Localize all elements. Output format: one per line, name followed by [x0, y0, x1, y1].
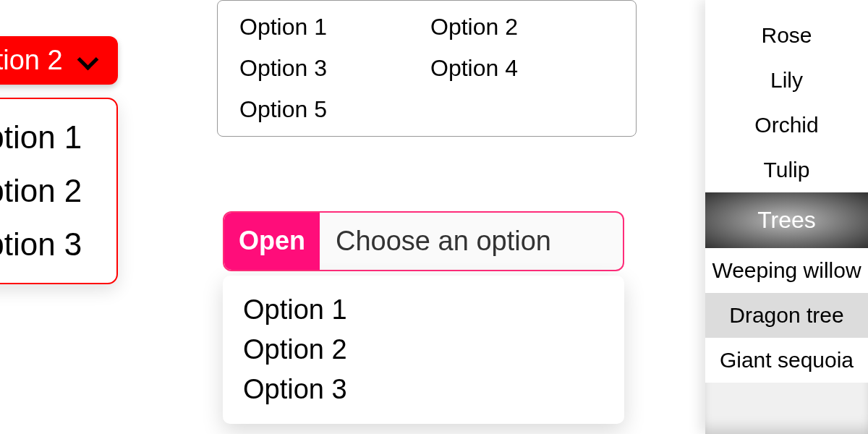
- right-panel-tree[interactable]: Giant sequoia: [705, 338, 868, 383]
- left-dropdown-option[interactable]: Option 3: [0, 218, 95, 271]
- right-panel-flower[interactable]: Rose: [705, 13, 868, 58]
- combo-option[interactable]: Option 2: [243, 330, 604, 370]
- left-dropdown-trigger[interactable]: Option 2: [0, 36, 118, 85]
- left-dropdown-option[interactable]: Option 2: [0, 164, 95, 218]
- left-dropdown-list: Option 1 Option 2 Option 3: [0, 98, 118, 284]
- option-grid: Option 1 Option 2 Option 3 Option 4 Opti…: [217, 0, 637, 137]
- grid-option[interactable]: Option 2: [430, 14, 614, 41]
- panel-padding: [705, 0, 868, 13]
- right-panel: Rose Lily Orchid Tulip Trees Weeping wil…: [705, 0, 868, 434]
- combo-list: Option 1 Option 2 Option 3: [223, 276, 624, 424]
- right-panel-group-header: Trees: [705, 192, 868, 248]
- combo-option[interactable]: Option 3: [243, 370, 604, 409]
- left-dropdown: Option 2 Option 1 Option 2 Option 3: [0, 36, 118, 284]
- grid-option[interactable]: Option 3: [239, 55, 423, 82]
- left-dropdown-option[interactable]: Option 1: [0, 111, 95, 164]
- combo-trigger[interactable]: Open Choose an option: [223, 211, 624, 271]
- right-panel-tree[interactable]: Weeping willow: [705, 248, 868, 293]
- right-panel-tree[interactable]: Dragon tree: [705, 293, 868, 338]
- combo-option[interactable]: Option 1: [243, 290, 604, 330]
- combo: Open Choose an option Option 1 Option 2 …: [223, 211, 624, 424]
- combo-open-button[interactable]: Open: [224, 213, 320, 270]
- right-panel-flower[interactable]: Orchid: [705, 103, 868, 148]
- right-panel-flower[interactable]: Lily: [705, 58, 868, 103]
- left-dropdown-selected: Option 2: [0, 45, 63, 76]
- combo-placeholder: Choose an option: [320, 213, 623, 270]
- right-panel-flower[interactable]: Tulip: [705, 148, 868, 192]
- grid-option[interactable]: Option 4: [430, 55, 614, 82]
- grid-option[interactable]: Option 1: [239, 14, 423, 41]
- grid-option[interactable]: Option 5: [239, 96, 423, 123]
- chevron-down-icon: [77, 51, 98, 71]
